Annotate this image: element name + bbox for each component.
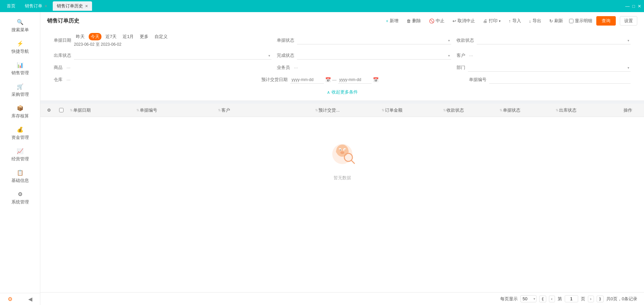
sidebar-item-quick-nav-label: 快捷导航 (11, 48, 29, 54)
th-amount-label: 订单金额 (385, 107, 402, 113)
delete-button[interactable]: 🗑 删除 (404, 16, 423, 25)
tab-sales-order-close[interactable]: ✕ (44, 4, 47, 8)
salesperson-dots-btn[interactable]: ··· (293, 64, 299, 71)
department-select[interactable] (468, 64, 631, 72)
filter-delivery-date: 预计交货日期 📅 — 📅 (261, 76, 464, 84)
page-first-btn[interactable]: ⟪ (539, 296, 546, 302)
sidebar-item-search-menu-label: 搜索菜单 (11, 27, 29, 33)
query-button[interactable]: 查询 (596, 16, 616, 26)
tab-sales-order[interactable]: 销售订单 ✕ (21, 1, 51, 11)
pagination: 每页显示 10 20 50 100 ▾ ⟪ ‹ 第 页 › ⟫ 共0页，0条记录 (40, 292, 644, 305)
date-btn-today[interactable]: 今天 (89, 33, 101, 40)
th-date-label: 单据日期 (73, 107, 91, 113)
page-size-select[interactable]: 10 20 50 100 (520, 295, 536, 302)
search-menu-icon: 🔍 (16, 18, 24, 26)
show-detail-checkbox-wrap[interactable]: 显示明细 (569, 18, 592, 24)
th-customer[interactable]: ⇅ 客户 (215, 107, 312, 113)
page-label-post: 页 (581, 296, 585, 302)
date-btn-yesterday[interactable]: 昨天 (74, 33, 87, 40)
tab-sales-order-history-close[interactable]: ✕ (85, 4, 88, 8)
goods-dots-btn[interactable]: ··· (65, 64, 72, 71)
tab-sales-order-label: 销售订单 (25, 3, 42, 9)
delivery-date-from[interactable] (290, 76, 324, 84)
date-btn-custom[interactable]: 自定义 (153, 33, 170, 40)
maximize-btn[interactable]: □ (632, 4, 635, 9)
sidebar-collapse-icon[interactable]: ◀ (28, 296, 32, 302)
cancel-stop-button[interactable]: ↩ 取消中止 (450, 16, 477, 25)
minimize-btn[interactable]: — (625, 4, 630, 9)
sidebar-item-search-menu[interactable]: 🔍 搜索菜单 (0, 15, 40, 36)
basic-info-icon: 📋 (16, 169, 24, 176)
th-pay-status[interactable]: ⇅ 收款状态 (440, 107, 497, 113)
calendar-to-icon[interactable]: 📅 (373, 77, 379, 82)
date-btn-7days[interactable]: 近7天 (103, 33, 119, 40)
sidebar-item-operations[interactable]: 📈 经营管理 (0, 144, 40, 165)
th-checkbox[interactable] (55, 108, 67, 112)
sidebar-item-quick-nav[interactable]: ⚡ 快捷导航 (0, 36, 40, 58)
new-button[interactable]: + 新增 (384, 16, 400, 25)
salesperson-label: 业务员 (277, 65, 290, 71)
select-all-checkbox[interactable] (59, 108, 63, 112)
pay-status-select[interactable] (477, 36, 631, 44)
sidebar-item-finance[interactable]: 💰 资金管理 (0, 122, 40, 144)
empty-text: 暂无数据 (334, 175, 351, 181)
new-icon: + (386, 18, 388, 24)
total-text: 共0页，0条记录 (606, 296, 637, 302)
order-status-control: ▾ (297, 36, 451, 44)
show-detail-checkbox[interactable] (569, 19, 573, 23)
filter-customer: 客户 ··· (457, 52, 631, 59)
order-no-input[interactable] (489, 76, 631, 84)
th-date[interactable]: ⇅ 单据日期 (67, 107, 134, 113)
sidebar-item-purchase-mgmt[interactable]: 🛒 采购管理 (0, 79, 40, 101)
pay-status-label: 收款状态 (457, 37, 474, 43)
delivery-date-to[interactable] (338, 76, 372, 84)
import-button[interactable]: ↑ 导入 (507, 16, 523, 25)
page-last-btn[interactable]: ⟫ (597, 296, 604, 302)
tab-home[interactable]: + 新增 首页 (3, 1, 19, 11)
sidebar: 🔍 搜索菜单 ⚡ 快捷导航 📊 销售管理 🛒 采购管理 📦 库存核算 💰 资金管… (0, 12, 40, 305)
collapse-row[interactable]: ∧ 收起更多条件 (54, 88, 631, 97)
page-next-btn[interactable]: › (588, 296, 594, 302)
settings-button[interactable]: 设置 (620, 16, 637, 26)
table-area: ⚙ ⇅ 单据日期 ⇅ 单据编号 ⇅ 客户 (40, 104, 644, 292)
close-btn[interactable]: ✕ (638, 4, 641, 9)
page-title: 销售订单历史 (47, 17, 79, 25)
th-delivery[interactable]: ⇅ 预计交货... (312, 107, 379, 113)
th-sn[interactable]: ⇅ 单据编号 (134, 107, 215, 113)
sidebar-item-basic-info[interactable]: 📋 基础信息 (0, 165, 40, 187)
th-out-status[interactable]: ⇅ 出库状态 (553, 107, 614, 113)
complete-status-select[interactable] (297, 51, 451, 60)
stop-button[interactable]: 🚫 中止 (427, 16, 446, 25)
warehouse-label: 仓库 (54, 77, 62, 83)
sidebar-item-system[interactable]: ⚙ 系统管理 (0, 187, 40, 208)
inventory-icon: 📦 (16, 104, 24, 112)
sidebar-item-sales-mgmt[interactable]: 📊 销售管理 (0, 58, 40, 79)
warehouse-control: ··· (65, 77, 256, 82)
export-label: 导出 (532, 18, 541, 24)
export-button[interactable]: ↓ 导出 (527, 16, 544, 25)
page-prev-btn[interactable]: ‹ (549, 296, 555, 302)
customer-dots-btn[interactable]: ··· (468, 52, 475, 59)
print-button[interactable]: 🖨 打印 ▾ (481, 16, 503, 25)
tab-sales-order-history[interactable]: 销售订单历史 ✕ (53, 1, 92, 11)
sidebar-settings-icon[interactable]: ⚙ (8, 296, 12, 302)
th-order-status[interactable]: ⇅ 单据状态 (497, 107, 553, 113)
gear-icon: ⚙ (47, 108, 51, 113)
warehouse-dots-btn[interactable]: ··· (65, 76, 72, 83)
th-settings[interactable]: ⚙ (43, 108, 55, 113)
calendar-from-icon[interactable]: 📅 (325, 77, 331, 82)
refresh-button[interactable]: ↻ 刷新 (547, 16, 565, 25)
out-status-select[interactable] (74, 51, 271, 60)
top-bar: + 新增 首页 销售订单 ✕ 销售订单历史 ✕ — □ ✕ (0, 0, 644, 12)
date-btn-1month[interactable]: 近1月 (121, 33, 136, 40)
page-input[interactable] (565, 295, 578, 302)
date-btn-more[interactable]: 更多 (138, 33, 151, 40)
th-amount[interactable]: ⇅ 订单金额 (379, 107, 440, 113)
sidebar-item-inventory[interactable]: 📦 库存核算 (0, 101, 40, 122)
stop-label: 中止 (436, 18, 444, 24)
order-status-select[interactable] (297, 36, 451, 44)
print-icon: 🖨 (483, 18, 487, 24)
page-header: 销售订单历史 + 新增 🗑 删除 🚫 中止 ↩ (40, 12, 644, 101)
th-action-label: 操作 (624, 107, 632, 113)
order-no-control (489, 76, 631, 84)
